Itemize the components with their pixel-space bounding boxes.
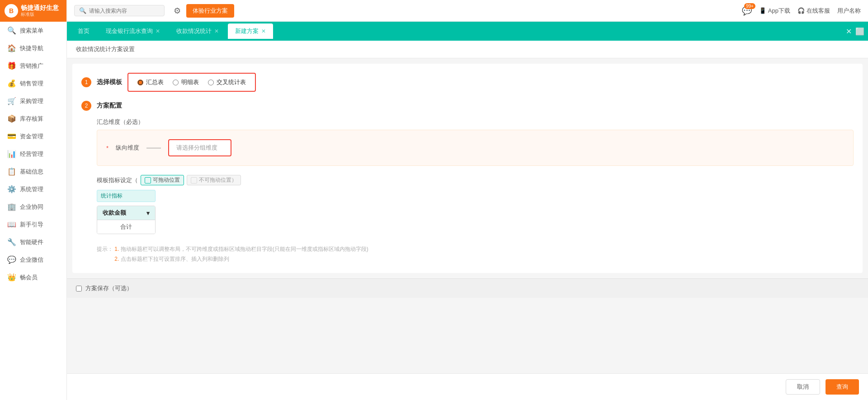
step2-row: 2 方案配置 — [81, 101, 854, 111]
user-info[interactable]: 用户名称 — [837, 7, 861, 15]
radio-summary[interactable]: 汇总表 — [137, 78, 164, 86]
step2-label: 方案配置 — [97, 102, 122, 110]
tab-new-plan-label: 新建方案 — [235, 27, 259, 35]
sidebar-system-label: 系统管理 — [20, 185, 43, 193]
save-label[interactable]: 方案保存（可选） — [85, 284, 132, 292]
maximize-btn[interactable]: ⬜ — [855, 27, 864, 36]
save-checkbox[interactable] — [76, 286, 82, 292]
sidebar-purchase-label: 采购管理 — [20, 97, 43, 105]
step1-row: 1 选择模板 汇总表 明细表 交叉统计表 — [81, 73, 854, 92]
close-window-btn[interactable]: ✕ — [846, 27, 852, 36]
sidebar-operation-icon: 📊 — [7, 150, 16, 158]
sidebar-inventory-icon: 📦 — [7, 114, 16, 123]
sidebar-sales-label: 销售管理 — [20, 80, 43, 88]
sidebar-smart-hw-label: 智能硬件 — [20, 238, 43, 246]
indicator-title-part1: 模板指标设定（ — [97, 176, 138, 184]
hint-strong: 1. — [114, 246, 119, 252]
sidebar-item-search-menu[interactable]: 🔍搜索菜单 — [0, 22, 66, 39]
step1-circle: 1 — [81, 77, 91, 87]
page-header: 收款情况统计方案设置 — [67, 41, 868, 58]
stats-section-badge: 统计指标 — [97, 190, 156, 202]
main-card: 1 选择模板 汇总表 明细表 交叉统计表 — [72, 64, 863, 273]
topbar-actions: 💬 99+ 📱 App下载 🎧 在线客服 用户名称 — [742, 6, 861, 16]
dimension-select[interactable]: 请选择分组维度 — [168, 139, 231, 156]
content-area: 收款情况统计方案设置 1 选择模板 汇总表 明细表 — [67, 41, 868, 373]
tab-new-plan-close[interactable]: ✕ — [261, 28, 266, 34]
search-input[interactable] — [89, 8, 157, 14]
radio-detail[interactable]: 明细表 — [173, 78, 199, 86]
sidebar-item-finance[interactable]: 💳资金管理 — [0, 127, 66, 145]
vertical-label: 纵向维度 — [116, 144, 139, 152]
sidebar-item-system[interactable]: ⚙️系统管理 — [0, 180, 66, 198]
cancel-button[interactable]: 取消 — [786, 379, 820, 395]
sidebar-item-marketing[interactable]: 🎁营销推广 — [0, 57, 66, 75]
main-area: 🔍 ⚙ 体验行业方案 💬 99+ 📱 App下载 🎧 在线客服 用户名称 — [67, 0, 868, 400]
gear-icon[interactable]: ⚙ — [174, 6, 181, 16]
tab-cashflow-close[interactable]: ✕ — [156, 28, 160, 34]
sidebar-weixin-label: 企业微信 — [20, 256, 43, 264]
service-label: 在线客服 — [807, 7, 830, 15]
step2-section: 2 方案配置 汇总维度（必选） * 纵向维度 —— 请选择分组维度 — [81, 101, 854, 264]
sidebar-system-icon: ⚙️ — [7, 185, 16, 193]
radio-detail-label[interactable]: 明细表 — [181, 78, 199, 86]
template-selection-box: 汇总表 明细表 交叉统计表 — [127, 73, 256, 92]
radio-cross-label[interactable]: 交叉统计表 — [217, 78, 246, 86]
radio-detail-input[interactable] — [173, 80, 179, 85]
query-button[interactable]: 查询 — [826, 379, 859, 395]
sidebar-basic-icon: 📋 — [7, 167, 16, 176]
app-download-label: App下载 — [768, 7, 790, 15]
radio-summary-label[interactable]: 汇总表 — [146, 78, 164, 86]
stats-dropdown-icon[interactable]: ▾ — [146, 210, 150, 216]
topbar: 🔍 ⚙ 体验行业方案 💬 99+ 📱 App下载 🎧 在线客服 用户名称 — [67, 0, 868, 22]
sidebar-item-inventory[interactable]: 📦库存核算 — [0, 110, 66, 127]
online-service[interactable]: 🎧 在线客服 — [797, 7, 830, 15]
tab-cashflow[interactable]: 现金银行流水查询 ✕ — [99, 24, 167, 39]
sidebar-item-guide[interactable]: 📖新手引导 — [0, 216, 66, 233]
stats-header-label: 收款金额 — [103, 209, 126, 217]
sidebar-item-weixin[interactable]: 💬企业微信 — [0, 251, 66, 268]
stats-section-label-text: 统计指标 收款金额 ▾ 合计 — [97, 190, 156, 235]
sidebar-item-smart-hw[interactable]: 🔧智能硬件 — [0, 233, 66, 251]
sidebar-enterprise-label: 企业协同 — [20, 203, 43, 211]
app-download[interactable]: 📱 App下载 — [759, 7, 790, 15]
message-badge: 99+ — [744, 3, 755, 9]
sidebar-sales-icon: 💰 — [7, 79, 16, 88]
sidebar-item-operation[interactable]: 📊经营管理 — [0, 145, 66, 163]
stats-cell-total: 合计 — [97, 220, 155, 234]
sidebar-operation-label: 经营管理 — [20, 150, 43, 158]
sidebar-inventory-label: 库存核算 — [20, 115, 43, 123]
tab-stats[interactable]: 收款情况统计 ✕ — [169, 24, 226, 39]
sidebar-item-enterprise[interactable]: 🏢企业协同 — [0, 198, 66, 216]
draggable-label: 可拖动位置 — [153, 176, 180, 184]
sidebar-quick-nav-icon: 🏠 — [7, 44, 16, 52]
draggable-tag: 可拖动位置 — [141, 175, 184, 185]
sidebar-item-purchase[interactable]: 🛒采购管理 — [0, 92, 66, 110]
hint-strong-2: 2. — [114, 256, 119, 262]
sidebar-item-basic[interactable]: 📋基础信息 — [0, 163, 66, 180]
headset-icon: 🎧 — [797, 7, 805, 14]
sidebar-item-sales[interactable]: 💰销售管理 — [0, 75, 66, 92]
industry-btn[interactable]: 体验行业方案 — [186, 4, 234, 18]
tab-home[interactable]: 首页 — [71, 24, 97, 39]
tab-new-plan[interactable]: 新建方案 ✕ — [228, 24, 273, 39]
sidebar-enterprise-icon: 🏢 — [7, 202, 16, 211]
sidebar-item-member[interactable]: 👑畅会员 — [0, 268, 66, 286]
dimension-placeholder: 请选择分组维度 — [176, 144, 217, 152]
search-icon: 🔍 — [79, 7, 86, 14]
message-icon-wrapper[interactable]: 💬 99+ — [742, 6, 752, 16]
hint-line-2: 提示： 2. 点击标题栏下拉可设置排序、插入列和删除列 — [97, 254, 854, 264]
stats-header-row[interactable]: 收款金额 ▾ — [97, 206, 155, 220]
hint-prefix: 提示： — [97, 246, 113, 252]
radio-cross-input[interactable] — [208, 80, 214, 85]
nav-tabs: 首页 现金银行流水查询 ✕ 收款情况统计 ✕ 新建方案 ✕ ✕ ⬜ — [67, 22, 868, 41]
radio-cross[interactable]: 交叉统计表 — [208, 78, 246, 86]
sidebar-purchase-icon: 🛒 — [7, 97, 16, 105]
tab-stats-close[interactable]: ✕ — [214, 28, 219, 34]
radio-summary-input[interactable] — [137, 80, 143, 85]
phone-icon: 📱 — [759, 7, 766, 14]
non-draggable-tag: 不可拖动位置） — [187, 175, 241, 185]
sidebar-search-menu-icon: 🔍 — [7, 26, 16, 35]
search-box[interactable]: 🔍 — [74, 5, 165, 16]
sidebar-basic-label: 基础信息 — [20, 168, 43, 176]
sidebar-item-quick-nav[interactable]: 🏠快捷导航 — [0, 39, 66, 57]
